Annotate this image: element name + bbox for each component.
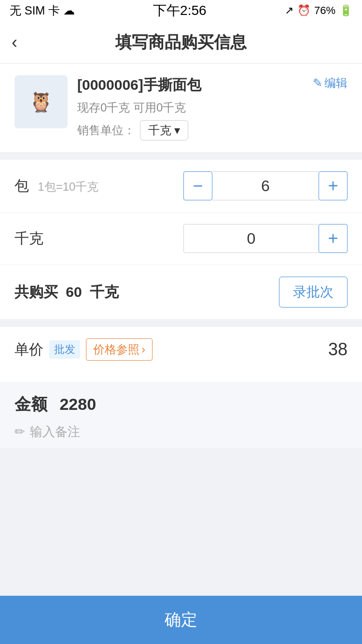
kg-input[interactable] xyxy=(183,224,319,253)
note-icon: ✏ xyxy=(14,424,25,439)
confirm-bar[interactable]: 确定 xyxy=(0,596,362,644)
price-left: 单价 批发 价格参照 › xyxy=(14,338,153,361)
price-tag: 批发 xyxy=(49,340,80,359)
product-stock: 现存0千克 可用0千克 xyxy=(77,100,303,115)
kg-plus-button[interactable]: + xyxy=(319,224,348,253)
kg-label: 千克 xyxy=(14,229,183,249)
battery-icon: 🔋 xyxy=(339,4,352,17)
package-plus-button[interactable]: + xyxy=(319,171,348,200)
unit-chevron-icon: ▾ xyxy=(174,124,180,137)
product-info: [0000006]手撕面包 现存0千克 可用0千克 销售单位： 千克 ▾ xyxy=(77,75,303,140)
total-label: 共购买 60 千克 xyxy=(14,282,119,302)
package-input[interactable] xyxy=(212,171,319,200)
gray-fill-area xyxy=(0,448,362,593)
product-name: [0000006]手撕面包 xyxy=(77,75,303,95)
package-controls: − + xyxy=(183,171,348,200)
price-ref-label: 价格参照 xyxy=(93,342,139,357)
amount-value: 2280 xyxy=(59,395,96,413)
package-section: 包 1包=10千克 − + 千克 + xyxy=(0,160,362,265)
product-logo: 🦉 xyxy=(29,91,53,113)
edit-button[interactable]: ✎ 编辑 xyxy=(313,75,348,91)
edit-label: 编辑 xyxy=(324,75,348,91)
package-row: 包 1包=10千克 − + xyxy=(0,160,362,212)
alarm-icon: ⏰ xyxy=(297,4,310,17)
unit-value: 千克 xyxy=(148,123,171,138)
location-icon: ↗ xyxy=(285,4,293,17)
note-row[interactable]: ✏ 输入备注 xyxy=(14,423,348,440)
batch-button[interactable]: 录批次 xyxy=(279,277,348,308)
price-section: 单价 批发 价格参照 › 38 xyxy=(0,327,362,382)
note-placeholder: 输入备注 xyxy=(30,423,80,440)
confirm-button[interactable]: 确定 xyxy=(165,609,197,631)
total-amount: 60 xyxy=(66,284,82,300)
status-bar: 无 SIM 卡 ☁ 下午2:56 ↗ ⏰ 76% 🔋 xyxy=(0,0,362,21)
total-row: 共购买 60 千克 录批次 xyxy=(0,265,362,319)
price-label: 单价 xyxy=(14,340,43,360)
product-card: 🦉 [0000006]手撕面包 现存0千克 可用0千克 销售单位： 千克 ▾ ✎… xyxy=(0,64,362,152)
kg-controls: + xyxy=(183,224,348,253)
price-value: 38 xyxy=(328,339,348,360)
package-minus-button[interactable]: − xyxy=(183,171,212,200)
nav-bar: ‹ 填写商品购买信息 xyxy=(0,21,362,64)
page-title: 填写商品购买信息 xyxy=(115,31,247,54)
battery-label: 76% xyxy=(314,4,335,17)
back-button[interactable]: ‹ xyxy=(12,32,17,53)
kg-row: 千克 + xyxy=(0,212,362,265)
status-time: 下午2:56 xyxy=(153,1,207,20)
package-label: 包 1包=10千克 xyxy=(14,176,183,196)
price-row: 单价 批发 价格参照 › 38 xyxy=(14,338,348,361)
amount-row: 金额 2280 xyxy=(14,393,348,416)
package-hint: 1包=10千克 xyxy=(38,180,98,193)
product-image: 🦉 xyxy=(14,75,68,128)
unit-select[interactable]: 千克 ▾ xyxy=(140,120,188,140)
unit-label: 销售单位： xyxy=(77,123,135,138)
product-unit-row: 销售单位： 千克 ▾ xyxy=(77,120,303,140)
status-left: 无 SIM 卡 ☁ xyxy=(10,3,75,18)
price-ref-button[interactable]: 价格参照 › xyxy=(86,338,153,361)
status-right: ↗ ⏰ 76% 🔋 xyxy=(285,4,352,17)
edit-icon: ✎ xyxy=(313,76,322,90)
price-ref-arrow-icon: › xyxy=(141,343,145,356)
amount-section: 金额 2280 ✏ 输入备注 xyxy=(0,382,362,448)
sim-label: 无 SIM 卡 ☁ xyxy=(10,3,75,18)
